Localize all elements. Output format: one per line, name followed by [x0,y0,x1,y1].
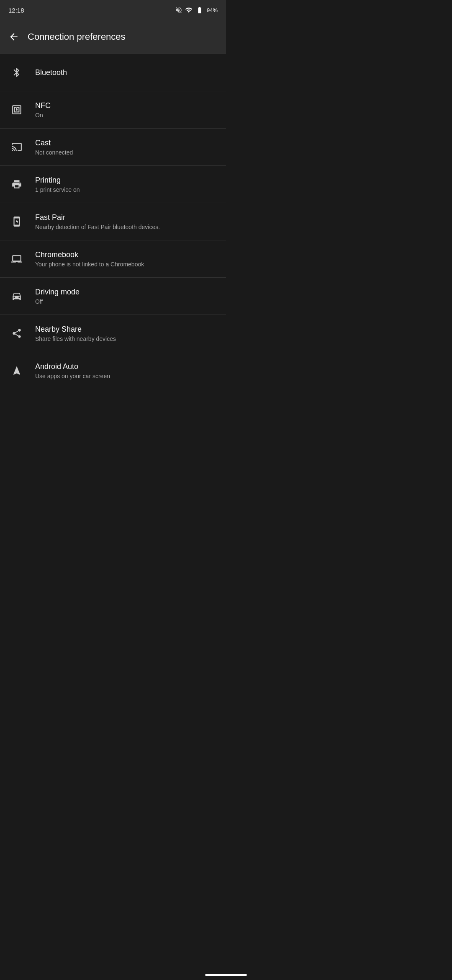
printing-text: Printing 1 print service on [35,176,80,193]
nearby-share-subtitle: Share files with nearby devices [35,335,116,342]
settings-item-cast[interactable]: Cast Not connected [0,129,226,165]
cast-icon [8,142,25,152]
battery-percentage: 94% [207,7,218,13]
settings-item-nearby-share[interactable]: Nearby Share Share files with nearby dev… [0,315,226,352]
mute-icon [175,6,182,14]
chromebook-text: Chromebook Your phone is not linked to a… [35,250,144,268]
page-title: Connection preferences [28,31,126,42]
android-auto-title: Android Auto [35,362,110,371]
chromebook-title: Chromebook [35,250,144,259]
nfc-text: NFC On [35,101,51,119]
settings-item-chromebook[interactable]: Chromebook Your phone is not linked to a… [0,240,226,277]
android-auto-text: Android Auto Use apps on your car screen [35,362,110,379]
fast-pair-icon [8,216,25,227]
nfc-title: NFC [35,101,51,110]
driving-icon [8,291,25,302]
bluetooth-icon [8,67,25,78]
fast-pair-text: Fast Pair Nearby detection of Fast Pair … [35,213,160,230]
nfc-icon [8,104,25,115]
nearby-share-title: Nearby Share [35,325,116,334]
settings-item-fast-pair[interactable]: Fast Pair Nearby detection of Fast Pair … [0,203,226,240]
settings-item-printing[interactable]: Printing 1 print service on [0,166,226,203]
chromebook-subtitle: Your phone is not linked to a Chromebook [35,261,144,268]
status-icons: 94% [175,6,218,14]
cast-subtitle: Not connected [35,149,73,156]
bluetooth-title: Bluetooth [35,68,67,77]
print-icon [8,179,25,190]
nearby-share-text: Nearby Share Share files with nearby dev… [35,325,116,342]
fast-pair-subtitle: Nearby detection of Fast Pair bluetooth … [35,224,160,230]
header: Connection preferences [0,20,226,54]
nfc-subtitle: On [35,112,51,119]
settings-item-nfc[interactable]: NFC On [0,91,226,128]
status-bar: 12:18 94% [0,0,226,20]
settings-list: Bluetooth NFC On Cast Not connected [0,54,226,389]
android-auto-icon [8,365,25,376]
printing-subtitle: 1 print service on [35,186,80,193]
chromebook-icon [8,253,25,264]
fast-pair-title: Fast Pair [35,213,160,222]
driving-mode-text: Driving mode Off [35,288,80,305]
bluetooth-text: Bluetooth [35,68,67,77]
wifi-icon [185,6,193,14]
android-auto-subtitle: Use apps on your car screen [35,373,110,379]
settings-item-driving-mode[interactable]: Driving mode Off [0,278,226,315]
settings-item-android-auto[interactable]: Android Auto Use apps on your car screen [0,352,226,389]
status-time: 12:18 [8,7,24,14]
back-button[interactable] [8,31,19,42]
cast-title: Cast [35,139,73,147]
driving-mode-title: Driving mode [35,288,80,297]
battery-icon [195,6,204,14]
settings-item-bluetooth[interactable]: Bluetooth [0,54,226,91]
driving-mode-subtitle: Off [35,298,80,305]
printing-title: Printing [35,176,80,185]
cast-text: Cast Not connected [35,139,73,156]
nearby-share-icon [8,328,25,339]
back-arrow-icon [8,31,19,42]
